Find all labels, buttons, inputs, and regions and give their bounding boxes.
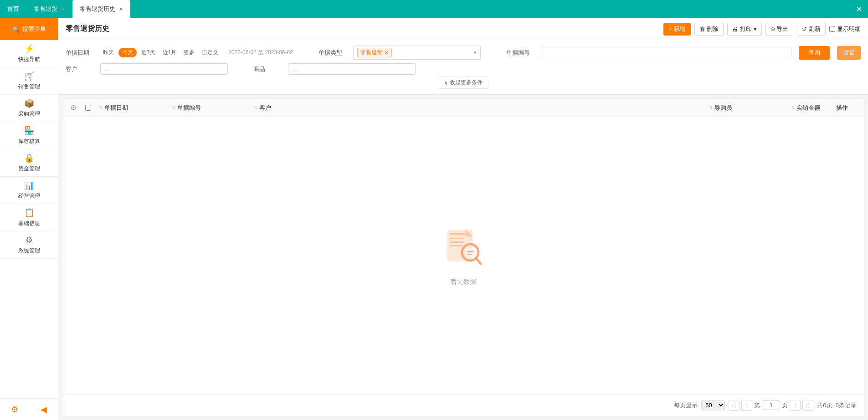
sidebar-search[interactable]: 🔍 搜索菜单 <box>0 18 58 40</box>
sidebar-item-quick-nav[interactable]: ⚡ 快捷导航 <box>0 40 58 67</box>
prev-page-btn[interactable]: ⟨ <box>741 400 752 411</box>
date-range-display: 2023-06-02 至 2023-06-02 <box>228 49 293 56</box>
tab-retail-return-history[interactable]: 零售退货历史 ✕ <box>72 0 130 18</box>
empty-illustration <box>441 225 486 271</box>
col-amount-label: 实销金额 <box>796 104 820 112</box>
col-header-amount[interactable]: ⇅ 实销金额 <box>769 104 824 112</box>
goods-select[interactable]: ... <box>288 63 416 75</box>
svg-rect-9 <box>467 254 472 255</box>
sidebar-item-sales-label: 销售管理 <box>18 83 40 91</box>
sidebar-item-system-label: 系统管理 <box>18 247 40 255</box>
svg-point-6 <box>465 247 476 258</box>
page-unit: 页 <box>782 401 788 410</box>
print-button[interactable]: 🖨 打印 ▾ <box>727 23 762 36</box>
sidebar-item-inventory[interactable]: 🏪 库存核算 <box>0 122 58 149</box>
type-select-chevron: ▾ <box>474 50 477 56</box>
sidebar-item-basic[interactable]: 📋 基础信息 <box>0 204 58 231</box>
tab-retail-return-history-close[interactable]: ✕ <box>119 6 123 12</box>
col-header-date[interactable]: ⇅ 单据日期 <box>95 104 168 112</box>
sidebar-item-finance[interactable]: 🔒 资金管理 <box>0 149 58 177</box>
empty-state: 暂无数据 <box>62 117 864 394</box>
sidebar-bottom: ⚙ ◀ <box>0 398 58 420</box>
table-header: ⚙ ⇅ 单据日期 ⇅ 单据编号 ⇅ 客户 ⇅ 导购员 <box>62 99 864 117</box>
settings-bottom-icon[interactable]: ⚙ <box>11 405 18 415</box>
print-chevron-icon: ▾ <box>754 26 757 32</box>
export-button-label: ⊙ 导出 <box>770 25 789 33</box>
collapse-label: 收起更多条件 <box>450 79 483 87</box>
sort-customer-icon: ⇅ <box>254 106 257 110</box>
sort-asc-icon: ⇅ <box>99 106 103 110</box>
sidebar-item-basic-label: 基础信息 <box>18 220 40 227</box>
export-button[interactable]: ⊙ 导出 <box>765 23 794 36</box>
collapse-button[interactable]: ∧ 收起更多条件 <box>438 77 488 89</box>
date-more[interactable]: 更多 <box>181 48 197 57</box>
col-header-id[interactable]: ⇅ 单据编号 <box>168 104 250 112</box>
window-close-button[interactable]: ✕ <box>850 0 868 18</box>
date-today[interactable]: 今天 <box>118 48 137 57</box>
tab-home[interactable]: 首页 <box>0 0 26 18</box>
page-label: 第 <box>754 401 760 410</box>
query-button-label: 查询 <box>808 49 820 57</box>
col-action-label: 操作 <box>836 104 848 112</box>
type-tag: 零售退货 ✕ <box>357 48 392 57</box>
show-detail-checkbox[interactable] <box>829 26 835 32</box>
customer-select[interactable]: ... <box>100 63 228 75</box>
page-input[interactable] <box>762 400 780 410</box>
per-page-select[interactable]: 50 10 20 100 <box>701 400 725 410</box>
sidebar-item-inventory-label: 库存核算 <box>18 138 40 145</box>
customer-placeholder: ... <box>104 66 109 72</box>
first-page-btn[interactable]: ⟨⟨ <box>729 400 740 411</box>
date-7days[interactable]: 近7天 <box>139 48 158 57</box>
col-header-action: 操作 <box>824 104 860 112</box>
show-detail-label: 显示明细 <box>837 25 861 33</box>
sidebar-item-sales[interactable]: 🛒 销售管理 <box>0 67 58 95</box>
purchase-icon: 📦 <box>24 98 34 108</box>
col-guide-label: 导购员 <box>714 104 732 112</box>
date-shortcuts: 昨天 今天 近7天 近1月 更多 自定义 <box>100 48 221 57</box>
voucher-filter-label: 单据编号 <box>506 49 534 57</box>
col-header-customer[interactable]: ⇅ 客户 <box>250 104 705 112</box>
add-button[interactable]: + 新增 <box>663 23 690 36</box>
sidebar-item-quick-nav-label: 快捷导航 <box>18 56 40 63</box>
system-icon: ⚙ <box>26 235 33 245</box>
collapse-sidebar-icon[interactable]: ◀ <box>41 405 47 415</box>
type-tag-close[interactable]: ✕ <box>384 50 389 56</box>
delete-button-label: 🗑 删除 <box>699 25 719 33</box>
show-detail-checkbox-label[interactable]: 显示明细 <box>829 25 861 33</box>
type-filter-label: 单据类型 <box>318 49 346 57</box>
sidebar-item-system[interactable]: ⚙ 系统管理 <box>0 231 58 259</box>
settings-button[interactable]: 设置 <box>837 46 861 60</box>
quick-nav-icon: ⚡ <box>24 44 34 54</box>
date-custom[interactable]: 自定义 <box>199 48 221 57</box>
voucher-input[interactable] <box>541 47 791 58</box>
sidebar-item-operations[interactable]: 📊 经营管理 <box>0 177 58 204</box>
tab-retail-return-close[interactable]: ✕ <box>61 6 65 12</box>
refresh-button[interactable]: ↺ 刷新 <box>797 23 826 36</box>
toolbar: + 新增 🗑 删除 🖨 打印 ▾ ⊙ 导出 ↺ 刷新 显示明细 <box>663 23 861 36</box>
settings-button-label: 设置 <box>843 49 855 57</box>
empty-text: 暂无数据 <box>451 278 476 286</box>
goods-filter-label: 商品 <box>253 65 281 73</box>
filter-row-1: 单据日期 昨天 今天 近7天 近1月 更多 自定义 2023-06-02 至 2… <box>66 46 861 60</box>
type-select[interactable]: 零售退货 ✕ ▾ <box>353 46 481 60</box>
select-all-checkbox[interactable] <box>85 105 91 111</box>
svg-rect-2 <box>450 238 463 239</box>
last-page-btn[interactable]: ⟩⟩ <box>802 400 813 411</box>
delete-button[interactable]: 🗑 删除 <box>694 23 724 36</box>
svg-rect-4 <box>450 245 462 246</box>
date-yesterday[interactable]: 昨天 <box>100 48 117 57</box>
sidebar-item-finance-label: 资金管理 <box>18 165 40 173</box>
table-settings-icon[interactable]: ⚙ <box>66 103 81 112</box>
table-select-all-col[interactable] <box>81 105 95 111</box>
svg-rect-3 <box>450 241 464 243</box>
tab-retail-return-history-label: 零售退货历史 <box>80 5 115 13</box>
query-button[interactable]: 查询 <box>799 46 830 60</box>
next-page-btn[interactable]: ⟩ <box>790 400 801 411</box>
date-1month[interactable]: 近1月 <box>160 48 180 57</box>
sidebar-item-purchase[interactable]: 📦 采购管理 <box>0 95 58 122</box>
col-header-guide[interactable]: ⇅ 导购员 <box>705 104 769 112</box>
refresh-button-label: ↺ 刷新 <box>802 25 821 33</box>
page-nav: ⟨⟨ ⟨ 第 页 ⟩ ⟩⟩ <box>729 400 813 411</box>
tab-retail-return[interactable]: 零售退货 ✕ <box>26 0 72 18</box>
collapse-row: ∧ 收起更多条件 <box>66 77 861 89</box>
